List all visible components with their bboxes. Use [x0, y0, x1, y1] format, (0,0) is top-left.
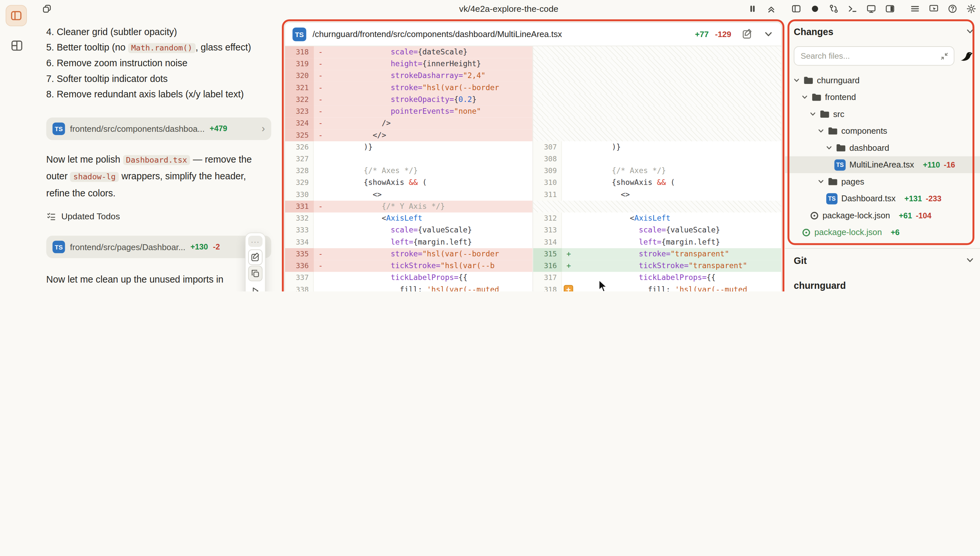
tree-folder-src[interactable]: src — [785, 105, 980, 122]
code-token: stroke= — [391, 83, 422, 92]
panel-left-icon[interactable] — [791, 3, 801, 14]
drag-handle-icon[interactable]: ··· — [248, 236, 263, 247]
diff-marker — [314, 189, 328, 200]
diff-marker: - — [314, 105, 328, 117]
file-label: dashboard — [849, 143, 889, 153]
changes-title: Changes — [794, 26, 833, 36]
folder-icon — [804, 76, 813, 84]
bird-icon[interactable] — [959, 49, 974, 63]
tree-file-MultiLineArea.tsx[interactable]: TSMultiLineArea.tsx+110-16 — [785, 157, 980, 173]
tree-folder-churnguard[interactable]: churnguard — [785, 72, 980, 89]
board-icon — [10, 39, 23, 52]
app-root: vk/4e2a-explore-the-code ★2 — [0, 0, 980, 291]
diff-line: 314left={margin.left} — [533, 236, 781, 248]
line-number: 334 — [285, 236, 314, 248]
code-token: strokeDasharray= — [391, 71, 463, 80]
tree-folder-frontend[interactable]: frontend — [785, 89, 980, 105]
code-token: left= — [391, 238, 413, 247]
tabs-icon[interactable] — [41, 3, 52, 14]
menu-icon[interactable] — [909, 3, 920, 14]
code-token: { — [454, 95, 459, 104]
git-compare-icon[interactable] — [828, 3, 839, 14]
code-token: "none" — [454, 107, 481, 116]
tree-folder-pages[interactable]: pages — [785, 173, 980, 190]
search-box[interactable] — [794, 46, 954, 66]
chevron-down-icon[interactable] — [762, 29, 773, 40]
line-number: 326 — [285, 141, 314, 153]
typescript-icon: TS — [292, 27, 306, 41]
added-count: +131 — [904, 194, 922, 203]
mouse-cursor — [598, 279, 610, 291]
code-token: "hsl(var(--border — [423, 249, 499, 258]
record-dot-icon[interactable] — [809, 3, 820, 14]
collapse-panels-icon[interactable] — [766, 3, 776, 14]
code-line: scale={valueScale} — [328, 225, 532, 236]
diff-marker: - — [314, 200, 328, 212]
code-line: )} — [576, 141, 781, 153]
settings-gear-icon[interactable] — [965, 3, 976, 14]
diff-filler-line — [533, 58, 781, 70]
tree-file-package-lock.json[interactable]: package-lock.json+61-104 — [785, 207, 980, 223]
diff-line: 310{showAxis && ( — [533, 177, 781, 189]
tree-file-Dashboard.tsx[interactable]: TSDashboard.tsx+131-233 — [785, 190, 980, 207]
file-chip-dashboard-components[interactable]: TS frontend/src/components/dashboa... +4… — [46, 117, 271, 140]
code-token: fill: — [648, 285, 675, 291]
display-icon[interactable] — [865, 3, 876, 14]
diff-line: 331-{/* Y Axis */} — [285, 200, 533, 212]
file-label: package-lock.json — [822, 211, 890, 220]
git-title: Git — [794, 255, 807, 265]
chat-list-item: 5. Better tooltip (no Math.random(), gla… — [46, 39, 271, 55]
edit-diff-icon[interactable] — [741, 29, 752, 40]
changes-section-header[interactable]: Changes — [794, 25, 974, 37]
text-run: 4. Cleaner grid (subtler opacity) — [46, 26, 177, 37]
diff-line: 316+tickStroke="transparent" — [533, 260, 781, 272]
tree-folder-components[interactable]: components — [785, 123, 980, 139]
diff-added-count: +77 — [695, 29, 709, 39]
pause-icon[interactable] — [747, 3, 757, 14]
window-title: vk/4e2a-explore-the-code — [459, 3, 559, 14]
diff-line: 321-stroke="hsl(var(--border — [285, 82, 533, 94]
collapse-tree-icon[interactable] — [940, 52, 949, 60]
diff-marker — [314, 177, 328, 189]
play-button[interactable] — [245, 282, 265, 291]
git-section-header[interactable]: Git — [794, 254, 974, 266]
code-line: {/* Axes */} — [328, 165, 532, 177]
diff-file-path[interactable]: /churnguard/frontend/src/components/dash… — [312, 29, 562, 39]
text-run: 7. Softer tooltip indicator dots — [46, 73, 168, 84]
diff-removed-count: -129 — [715, 29, 731, 39]
line-number: 313 — [533, 225, 562, 236]
file-chip-dashboard-page-1[interactable]: TS frontend/src/pages/Dashboar... +130 -… — [46, 236, 271, 258]
diff-header: TS /churnguard/frontend/src/components/d… — [285, 23, 781, 46]
edit-button[interactable] — [248, 249, 263, 265]
right-panel: Changes churnguardfrontendsrccomponentsd… — [785, 18, 980, 291]
add-comment-button[interactable]: + — [564, 285, 573, 291]
panel-right-icon[interactable] — [884, 3, 895, 14]
board-button[interactable] — [9, 37, 25, 54]
copy-button[interactable] — [248, 265, 263, 281]
code-line: )} — [328, 141, 532, 153]
tree-file-package-lock.json[interactable]: package-lock.json+6 — [785, 224, 980, 241]
code-line: tickStroke="transparent" — [576, 260, 781, 272]
screen-share-icon[interactable] — [928, 3, 939, 14]
diff-line: 332<AxisLeft — [285, 212, 533, 224]
line-number: 311 — [533, 189, 562, 200]
diff-old-column: 318-scale={dateScale}319-height={innerHe… — [285, 46, 533, 291]
terminal-icon[interactable] — [847, 3, 857, 14]
code-line: strokeOpacity={0.2} — [328, 94, 532, 105]
code-token: pointerEvents= — [391, 107, 454, 116]
help-icon[interactable] — [947, 3, 957, 14]
search-input[interactable] — [801, 51, 940, 61]
diff-line: 333scale={valueScale} — [285, 225, 533, 236]
diff-marker — [562, 177, 576, 189]
code-token: 'hsl(var(--muted — [427, 285, 499, 291]
updated-todos-row[interactable]: Updated Todos — [46, 210, 271, 223]
code-token: "transparent" — [689, 261, 747, 270]
tree-folder-dashboard[interactable]: dashboard — [785, 139, 980, 156]
diff-filler-line — [533, 70, 781, 82]
workspace-button[interactable] — [6, 5, 27, 26]
chevron-down-icon — [810, 111, 816, 117]
code-token: {showAxis — [363, 178, 409, 187]
diff-marker: - — [314, 94, 328, 105]
inline-code: Math.random() — [128, 43, 196, 53]
assistant-paragraph: Now let me polish Dashboard.tsx — remove… — [46, 151, 271, 201]
